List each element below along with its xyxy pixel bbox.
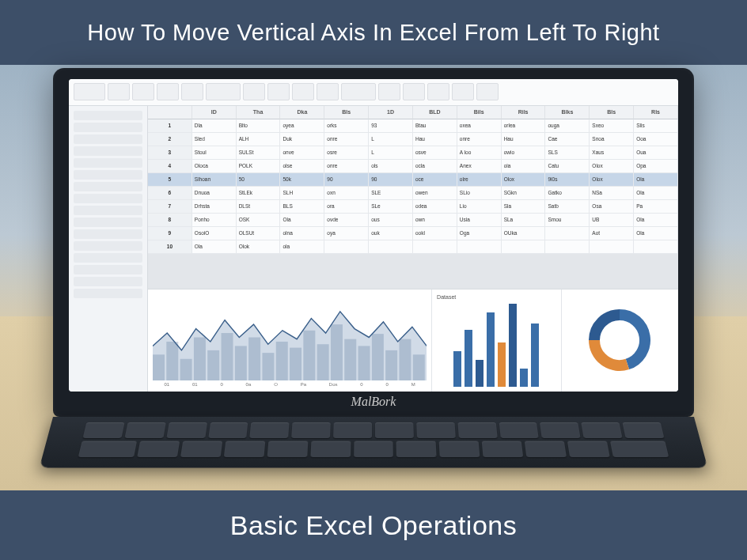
cell[interactable]: Oga xyxy=(457,227,502,240)
cell[interactable]: 93 xyxy=(369,119,413,133)
cell[interactable]: Oloca xyxy=(192,160,237,173)
row-header[interactable]: 2 xyxy=(148,133,192,146)
cell[interactable]: 50k xyxy=(280,173,324,187)
cell[interactable]: Ola xyxy=(280,214,324,227)
column-header[interactable]: Tha xyxy=(237,106,281,119)
side-panel-item[interactable] xyxy=(74,265,142,274)
cell[interactable]: Ola xyxy=(634,187,678,200)
side-panel-item[interactable] xyxy=(74,134,142,144)
ribbon-button[interactable] xyxy=(206,83,241,100)
side-panel-item[interactable] xyxy=(74,146,142,156)
cell[interactable]: Olox xyxy=(590,173,634,187)
cell[interactable]: ocla xyxy=(413,160,457,173)
side-panel-item[interactable] xyxy=(74,241,142,251)
cell[interactable]: owen xyxy=(413,187,457,200)
cell[interactable] xyxy=(502,240,546,254)
cell[interactable]: 90 xyxy=(324,173,369,187)
column-header[interactable]: Bls xyxy=(324,106,369,119)
cell[interactable]: Oua xyxy=(634,146,678,160)
column-header[interactable]: 1D xyxy=(369,106,413,119)
cell[interactable]: SGkn xyxy=(502,187,546,200)
cell[interactable]: orks xyxy=(324,119,369,133)
cell[interactable]: Ponho xyxy=(192,214,237,227)
cell[interactable]: Slis xyxy=(634,119,678,133)
cell[interactable]: BLS xyxy=(280,200,324,214)
cell[interactable]: L xyxy=(369,133,413,146)
cell[interactable]: Slhoan xyxy=(192,173,237,187)
side-panel-item[interactable] xyxy=(74,206,142,215)
cell[interactable]: Snoa xyxy=(590,133,634,146)
side-panel-item[interactable] xyxy=(74,277,142,286)
cell[interactable]: Ola xyxy=(192,240,237,254)
column-header[interactable]: Dka xyxy=(280,106,324,119)
cell[interactable]: Dnuoa xyxy=(192,187,237,200)
ribbon-button[interactable] xyxy=(267,83,290,100)
cell[interactable]: oxea xyxy=(457,119,502,133)
cell[interactable]: OLSUt xyxy=(237,227,281,240)
cell[interactable]: Dla xyxy=(192,119,237,133)
cell[interactable]: ovde xyxy=(324,214,369,227)
cell[interactable]: oya xyxy=(324,227,369,240)
cell[interactable]: L xyxy=(369,146,413,160)
ribbon-button[interactable] xyxy=(378,83,400,100)
cell[interactable]: Xaus xyxy=(590,146,634,160)
cell[interactable]: Ola xyxy=(634,214,678,227)
cell[interactable]: OSK xyxy=(237,214,281,227)
cell[interactable]: Anex xyxy=(457,160,502,173)
cell[interactable]: 90 xyxy=(369,173,413,187)
cell[interactable]: osve xyxy=(413,146,457,160)
cell[interactable]: 9i0s xyxy=(545,173,590,187)
ribbon-button[interactable] xyxy=(132,83,154,100)
cell[interactable]: onve xyxy=(280,146,324,160)
row-header[interactable]: 1 xyxy=(148,119,192,133)
cell[interactable]: NSa xyxy=(590,187,634,200)
cell[interactable] xyxy=(369,240,413,254)
ribbon-button[interactable] xyxy=(427,83,449,100)
ribbon-button[interactable] xyxy=(403,83,425,100)
ribbon-button[interactable] xyxy=(452,83,474,100)
cell[interactable]: ola xyxy=(280,240,324,254)
cell[interactable]: UB xyxy=(590,214,634,227)
cell[interactable]: Cae xyxy=(545,133,590,146)
row-header[interactable]: 6 xyxy=(148,187,192,200)
side-panel-item[interactable] xyxy=(74,218,142,227)
cell[interactable]: odea xyxy=(413,200,457,214)
ribbon-button[interactable] xyxy=(243,83,265,100)
row-header[interactable]: 7 xyxy=(148,200,192,214)
row-header[interactable]: 9 xyxy=(148,227,192,240)
cell[interactable]: onre xyxy=(457,133,502,146)
cell[interactable]: ols xyxy=(369,160,413,173)
cell[interactable]: owio xyxy=(502,146,546,160)
cell[interactable]: DLSt xyxy=(237,200,281,214)
cell[interactable]: Hau xyxy=(413,133,457,146)
cell[interactable]: SLE xyxy=(369,187,413,200)
cell[interactable]: ous xyxy=(369,214,413,227)
column-header[interactable]: Bils xyxy=(457,106,502,119)
cell[interactable]: SULSt xyxy=(237,146,281,160)
cell[interactable]: OsoiO xyxy=(192,227,237,240)
cell[interactable]: ouga xyxy=(545,119,590,133)
row-header[interactable]: 4 xyxy=(148,160,192,173)
cell[interactable]: olna xyxy=(280,227,324,240)
row-header[interactable]: 5 xyxy=(148,173,192,187)
cell[interactable]: oia xyxy=(502,160,546,173)
cell[interactable]: POLK xyxy=(237,160,281,173)
side-panel-item[interactable] xyxy=(74,182,142,191)
cell[interactable]: 50 xyxy=(237,173,281,187)
cell[interactable] xyxy=(545,240,590,254)
cell[interactable]: SLe xyxy=(369,200,413,214)
cell[interactable] xyxy=(413,240,457,254)
ribbon-button[interactable] xyxy=(317,83,339,100)
cell[interactable]: Pa xyxy=(634,200,678,214)
cell[interactable]: Stoul xyxy=(192,146,237,160)
cell[interactable]: SLa xyxy=(502,214,546,227)
cell[interactable]: orlea xyxy=(502,119,546,133)
side-panel-item[interactable] xyxy=(74,170,142,180)
ribbon-button[interactable] xyxy=(157,83,179,100)
cell[interactable]: Smou xyxy=(545,214,590,227)
cell[interactable]: Opa xyxy=(634,160,678,173)
cell[interactable]: olre xyxy=(457,173,502,187)
cell[interactable]: Btau xyxy=(413,119,457,133)
cell[interactable]: StLEk xyxy=(237,187,281,200)
cell[interactable]: Olox xyxy=(590,160,634,173)
